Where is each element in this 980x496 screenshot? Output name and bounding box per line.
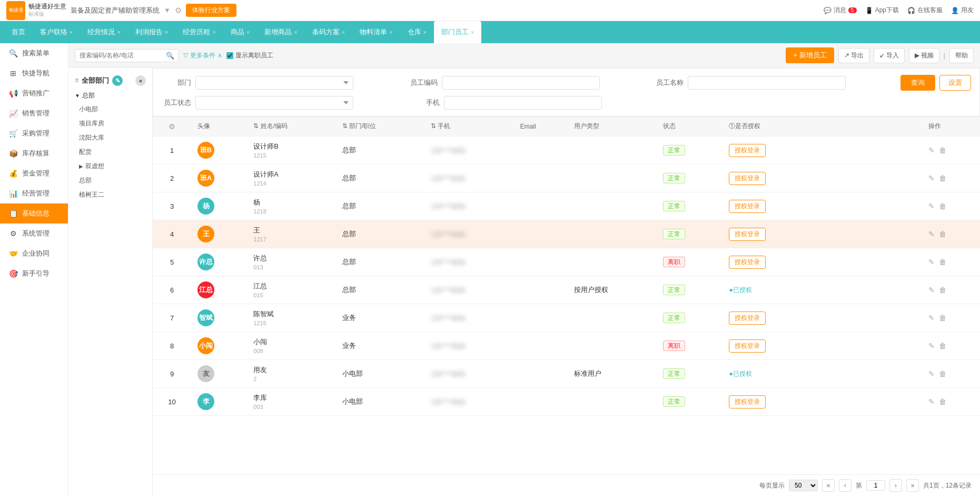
sidebar-item-finance[interactable]: 💰 资金管理: [0, 163, 68, 183]
edit-icon[interactable]: ✎: [928, 202, 935, 210]
show-resigned-label[interactable]: 显示离职员工: [226, 51, 273, 60]
dept-item-plant[interactable]: 植树王二: [68, 188, 152, 202]
delete-icon[interactable]: 🗑: [939, 286, 946, 294]
add-employee-button[interactable]: + 新增员工: [786, 47, 834, 63]
edit-icon[interactable]: ✎: [928, 397, 935, 406]
auth-button[interactable]: 授权登录: [729, 228, 766, 241]
auth-button[interactable]: 授权登录: [729, 200, 766, 213]
cell-auth[interactable]: 授权登录: [722, 304, 816, 332]
edit-icon[interactable]: ✎: [928, 314, 935, 322]
first-page-btn[interactable]: «: [822, 479, 835, 492]
more-filter-btn[interactable]: ▽ 更多条件 ∧: [183, 51, 222, 60]
dept-edit-icon[interactable]: ✎: [112, 75, 123, 86]
tab-close-dept[interactable]: ×: [471, 29, 474, 35]
sidebar-item-sales[interactable]: 📈 销售管理: [0, 103, 68, 123]
tab-close-customer[interactable]: ×: [70, 29, 73, 35]
sidebar-item-marketing[interactable]: 📢 营销推广: [0, 83, 68, 103]
dept-section-hq[interactable]: ▼ 总部: [68, 89, 152, 102]
dept-item-shuangxu[interactable]: ▶ 双虚想: [68, 159, 152, 173]
dept-item-distribution[interactable]: 配货: [68, 145, 152, 159]
cell-auth[interactable]: 授权登录: [722, 137, 816, 164]
th-phone[interactable]: ⇅ 手机: [424, 116, 514, 137]
cell-auth[interactable]: 授权登录: [722, 248, 816, 276]
dept-item-project[interactable]: 项目库房: [68, 116, 152, 131]
online-service-action[interactable]: 🎧 在线客服: [907, 6, 943, 15]
th-name[interactable]: ⇅ 姓名/编码: [247, 116, 335, 137]
sidebar-item-basic[interactable]: 📋 基础信息: [0, 203, 68, 223]
delete-icon[interactable]: 🗑: [939, 342, 946, 350]
filter-phone-input[interactable]: [444, 96, 602, 110]
search-input[interactable]: [80, 52, 164, 59]
sidebar-item-operation[interactable]: 📊 经营管理: [0, 183, 68, 203]
th-settings[interactable]: ⚙: [153, 116, 191, 137]
cell-auth[interactable]: 授权登录: [722, 164, 816, 192]
auth-button[interactable]: 授权登录: [729, 395, 766, 409]
delete-icon[interactable]: 🗑: [939, 397, 946, 406]
th-dept[interactable]: ⇅ 部门/职位: [336, 116, 424, 137]
dept-collapse-btn[interactable]: «: [135, 75, 146, 86]
sidebar-item-system[interactable]: ⚙ 系统管理: [0, 223, 68, 244]
tab-warehouse[interactable]: 仓库 ×: [400, 21, 434, 43]
sidebar-item-search[interactable]: 🔍 搜索菜单: [0, 43, 68, 63]
edit-icon[interactable]: ✎: [928, 286, 935, 294]
dept-item-xdbu[interactable]: 小电部: [68, 102, 152, 116]
tab-close-history[interactable]: ×: [212, 29, 215, 35]
edit-icon[interactable]: ✎: [928, 342, 935, 350]
prev-page-btn[interactable]: ‹: [839, 479, 852, 492]
tab-dept-staff[interactable]: 部门员工 ×: [434, 21, 481, 43]
tab-add-goods[interactable]: 新增商品 ×: [257, 21, 304, 43]
auth-button[interactable]: 授权登录: [729, 144, 766, 157]
next-page-btn[interactable]: ›: [889, 479, 902, 492]
sidebar-item-nav[interactable]: ⊞ 快捷导航: [0, 63, 68, 83]
tab-barcode[interactable]: 条码方案 ×: [305, 21, 352, 43]
search-box[interactable]: 🔍: [75, 49, 179, 62]
edit-icon[interactable]: ✎: [928, 230, 935, 238]
edit-icon[interactable]: ✎: [928, 174, 935, 182]
filter-name-input[interactable]: [688, 76, 846, 90]
tab-goods[interactable]: 商品 ×: [223, 21, 257, 43]
tab-close-wh[interactable]: ×: [423, 29, 427, 35]
delete-icon[interactable]: 🗑: [939, 174, 946, 182]
tab-close-addgoods[interactable]: ×: [294, 29, 297, 35]
sidebar-item-inventory[interactable]: 📦 库存核算: [0, 143, 68, 163]
settings-icon[interactable]: ⚙: [175, 6, 182, 15]
filter-code-input[interactable]: [442, 76, 600, 90]
user-action[interactable]: 👤 用友: [951, 6, 974, 15]
delete-icon[interactable]: 🗑: [939, 230, 946, 238]
tab-history[interactable]: 经营历程 ×: [175, 21, 223, 43]
view-button[interactable]: ▶ 视频: [909, 48, 939, 63]
last-page-btn[interactable]: »: [906, 479, 919, 492]
dept-item-shenyang[interactable]: 沈阳大库: [68, 131, 152, 145]
show-resigned-checkbox[interactable]: [226, 52, 233, 59]
tab-home[interactable]: 首页: [4, 21, 33, 43]
tab-bom[interactable]: 物料清单 ×: [352, 21, 400, 43]
delete-icon[interactable]: 🗑: [939, 258, 946, 266]
tab-profit[interactable]: 利润报告 ×: [128, 21, 175, 43]
sidebar-item-collab[interactable]: 🤝 企业协同: [0, 244, 68, 264]
import-button[interactable]: ↙ 导入: [874, 48, 905, 63]
search-icon-btn[interactable]: 🔍: [166, 52, 174, 60]
help-button[interactable]: 帮助: [949, 48, 974, 63]
cell-auth[interactable]: 授权登录: [722, 220, 816, 248]
delete-icon[interactable]: 🗑: [939, 369, 946, 378]
auth-button[interactable]: 授权登录: [729, 172, 766, 185]
set-button[interactable]: 设置: [939, 75, 971, 91]
export-button[interactable]: ↗ 导出: [838, 48, 869, 63]
auth-button[interactable]: 授权登录: [729, 312, 766, 325]
cell-auth[interactable]: 授权登录: [722, 388, 816, 416]
delete-icon[interactable]: 🗑: [939, 146, 946, 154]
app-download-action[interactable]: 📱 App下载: [865, 6, 899, 15]
message-action[interactable]: 💬 消息 5: [824, 6, 857, 15]
tab-close-bs[interactable]: ×: [117, 29, 120, 35]
cell-auth[interactable]: 授权登录: [722, 332, 816, 360]
delete-icon[interactable]: 🗑: [939, 314, 946, 322]
edit-icon[interactable]: ✎: [928, 369, 935, 378]
tab-business-status[interactable]: 经营情况 ×: [80, 21, 127, 43]
cell-auth[interactable]: 授权登录: [722, 192, 816, 220]
delete-icon[interactable]: 🗑: [939, 202, 946, 210]
tab-close-bom[interactable]: ×: [389, 29, 392, 35]
dept-item-hq-sub[interactable]: 总部: [68, 173, 152, 188]
query-button[interactable]: 查询: [900, 75, 935, 91]
dept-all-label[interactable]: 全部部门: [82, 76, 109, 85]
tab-close-goods[interactable]: ×: [246, 29, 250, 35]
